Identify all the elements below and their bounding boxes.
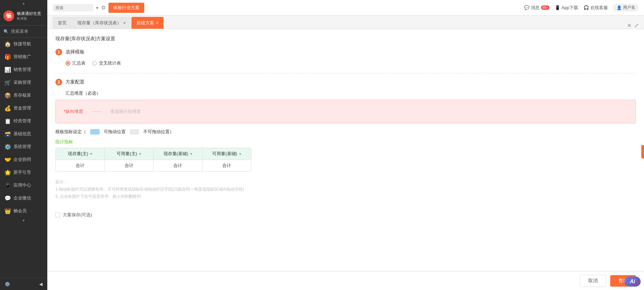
- sidebar-item-marketing[interactable]: 🎁 营销推广: [0, 50, 47, 63]
- tab-home-label: 首页: [58, 20, 67, 26]
- right-scroll-handle[interactable]: [641, 145, 644, 159]
- dimension-placeholder: 请选择分组维度: [110, 108, 141, 115]
- tab-inventory-close-icon[interactable]: ×: [123, 21, 126, 25]
- sidebar-item-system[interactable]: ⚙️ 系统管理: [0, 140, 47, 153]
- sidebar-scroll-down[interactable]: ▼: [0, 217, 47, 224]
- finance-icon: 💰: [5, 105, 11, 111]
- sidebar-search[interactable]: 🔍 搜索菜单: [0, 26, 47, 38]
- system-icon: ⚙️: [5, 144, 11, 150]
- topbar-user-info[interactable]: 👤 用户名: [613, 4, 639, 11]
- sidebar-logo: 畅 畅康通好生意 标准版: [0, 6, 47, 26]
- stats-col-stock-main-dropdown[interactable]: ▾: [90, 152, 92, 156]
- newbie-icon: 🌟: [5, 169, 11, 175]
- stats-col-stock-aux-dropdown[interactable]: ▾: [190, 152, 192, 156]
- sidebar-scroll-up[interactable]: ▲: [0, 0, 47, 6]
- stats-col-available-main-label: 可用量(主): [117, 151, 137, 157]
- topbar-online-service[interactable]: 🎧 在线客服: [584, 5, 608, 11]
- sidebar-item-quick-nav[interactable]: 🏠 快捷导航: [0, 38, 47, 50]
- sidebar-item-label: 系统管理: [14, 144, 31, 150]
- radio-summary-circle: [66, 61, 70, 66]
- template-row: 汇总表 交叉统计表: [66, 60, 636, 66]
- sidebar-item-label: 采购管理: [14, 79, 31, 86]
- tab-new-plan[interactable]: 新建方案 ×: [131, 17, 164, 29]
- sidebar-item-label: 销售管理: [14, 67, 31, 73]
- stats-col-stock-main-label: 现存量(主): [68, 151, 89, 157]
- section1-title: 选择模板: [66, 49, 84, 55]
- sidebar-collapse-icon[interactable]: ◀: [39, 282, 43, 287]
- section1-number: 1: [55, 49, 62, 55]
- topbar-message[interactable]: 💬 消息 99+: [524, 5, 549, 11]
- sidebar-item-enterprise[interactable]: 🤝 企业协同: [0, 153, 47, 166]
- sidebar-item-purchase[interactable]: 🛒 采购管理: [0, 76, 47, 89]
- save-option-label: 方案保存(可选): [63, 212, 92, 218]
- app-center-icon: 📱: [5, 182, 11, 188]
- drag-label: 可拖动位置: [104, 129, 126, 135]
- stats-col-available-main-dropdown[interactable]: ▾: [139, 152, 141, 156]
- sidebar-item-label: 快捷导航: [14, 41, 31, 47]
- tabbar: 首页 现存量（库存状况表） × 新建方案 × ✕ ⤢: [47, 16, 644, 29]
- topbar-dropdown-icon[interactable]: ▾: [96, 5, 98, 10]
- radio-summary-table[interactable]: 汇总表: [66, 60, 85, 66]
- stats-col-stock-main: 现存量(主) ▾: [56, 148, 105, 160]
- sidebar-item-member[interactable]: 👑 畅会员: [0, 204, 47, 217]
- stats-col-stock-aux-label: 现存量(基辅): [164, 151, 189, 157]
- app-edition: 标准版: [17, 16, 41, 21]
- ai-badge[interactable]: Ai: [624, 276, 641, 287]
- section-plan-config: 2 方案配置 汇总维度（必选） *纵向维度 —— 请选择分组维度 模板指标设定（…: [55, 79, 636, 200]
- tips-section: 提示： 1.拖动标题栏可以调整布局，不可跨维度或指标区域拖动栏目字段(只能在同一…: [55, 178, 636, 200]
- stats-cell-stock-aux: 合计: [154, 160, 203, 171]
- operations-icon: 📋: [5, 118, 11, 124]
- tabbar-close-icon[interactable]: ✕: [627, 22, 631, 29]
- sidebar-item-enterprise-wechat[interactable]: 💬 企业微信: [0, 192, 47, 204]
- stats-table-title: 统计指标: [55, 139, 636, 145]
- topbar-search-input[interactable]: [53, 4, 93, 11]
- stats-data-row: 合计 合计 合计 合计: [56, 160, 251, 171]
- tabbar-expand-icon[interactable]: ⤢: [634, 22, 639, 29]
- tips-title: 提示：: [55, 179, 68, 184]
- trial-btn[interactable]: 体验行业方案: [108, 3, 144, 13]
- sidebar-search-label: 搜索菜单: [11, 28, 28, 34]
- sidebar-item-operations[interactable]: 📋 经营管理: [0, 115, 47, 127]
- section2-title: 方案配置: [66, 79, 84, 85]
- stats-col-available-main: 可用量(主) ▾: [105, 148, 154, 160]
- dimension-separator: ——: [91, 108, 102, 115]
- quick-nav-icon: 🏠: [5, 41, 11, 47]
- purchase-icon: 🛒: [5, 79, 11, 86]
- sidebar-item-label: 畅会员: [14, 208, 27, 214]
- sidebar-item-sales[interactable]: 📊 销售管理: [0, 63, 47, 76]
- radio-summary-inner: [67, 62, 69, 64]
- topbar-msg-badge: 99+: [541, 5, 549, 10]
- tab-new-plan-label: 新建方案: [137, 20, 154, 26]
- sidebar-item-app-center[interactable]: 📱 应用中心: [0, 179, 47, 192]
- basic-info-icon: 🗃️: [5, 131, 11, 137]
- stats-col-available-aux-dropdown[interactable]: ▾: [239, 152, 241, 156]
- tab-new-plan-close-icon[interactable]: ×: [156, 21, 158, 25]
- sidebar-item-newbie[interactable]: 🌟 新手引导: [0, 166, 47, 179]
- metrics-config-label-text: 模板指标设定（: [55, 129, 86, 135]
- sidebar-item-basic-info[interactable]: 🗃️ 基础信息: [0, 127, 47, 140]
- page-content: 现存量(库存状况表)方案设置 1 选择模板 汇总表 交叉统计表: [47, 29, 644, 271]
- topbar-left: ▾ ⚙ 体验行业方案: [53, 3, 520, 13]
- section1-header: 1 选择模板: [55, 49, 636, 55]
- dimension-box[interactable]: *纵向维度 —— 请选择分组维度: [55, 100, 636, 123]
- save-checkbox[interactable]: [55, 213, 60, 217]
- sidebar-item-label: 营销推广: [14, 54, 31, 60]
- tab-home[interactable]: 首页: [53, 17, 72, 29]
- section-select-template: 1 选择模板 汇总表 交叉统计表: [55, 49, 636, 66]
- stats-cell-available-main: 合计: [105, 160, 154, 171]
- app-logo-icon: 畅: [3, 10, 14, 21]
- no-drag-label: 不可拖动位置）: [143, 129, 174, 135]
- radio-cross-table[interactable]: 交叉统计表: [92, 60, 121, 66]
- sidebar-item-label: 资金管理: [14, 105, 31, 111]
- cancel-button[interactable]: 取消: [580, 275, 606, 287]
- enterprise-wechat-icon: 💬: [5, 195, 11, 201]
- sidebar-settings-icon[interactable]: ⚙️: [5, 282, 10, 287]
- topbar-app-download[interactable]: 📱 App下载: [555, 5, 578, 11]
- sidebar-item-inventory[interactable]: 📦 库存核算: [0, 89, 47, 102]
- sidebar-item-finance[interactable]: 💰 资金管理: [0, 102, 47, 115]
- section-divider-1: [55, 73, 636, 73]
- topbar-gear-icon[interactable]: ⚙: [101, 4, 106, 11]
- dimension-field-label: *纵向维度: [64, 108, 83, 115]
- enterprise-icon: 🤝: [5, 156, 11, 163]
- tab-inventory-status[interactable]: 现存量（库存状况表） ×: [72, 17, 131, 29]
